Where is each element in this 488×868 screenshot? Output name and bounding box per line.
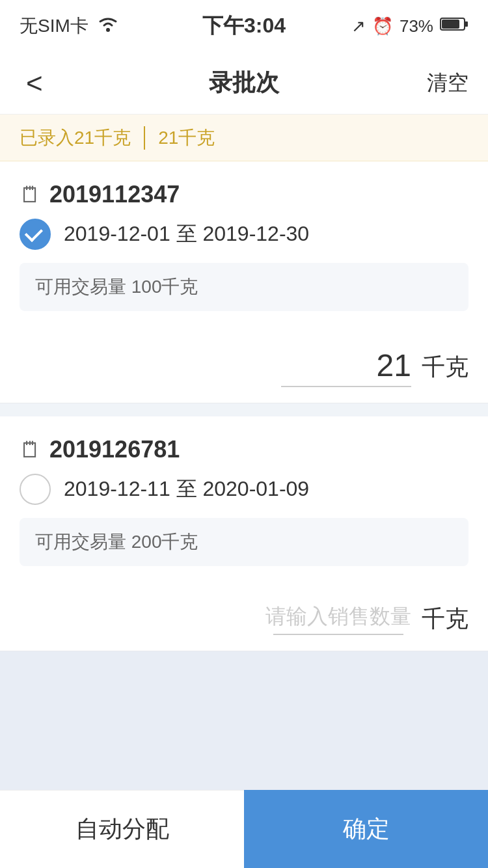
location-icon: ↗	[351, 16, 366, 36]
wifi-icon	[96, 15, 120, 38]
banner-divider	[144, 126, 145, 150]
batch-id-1: 2019112347	[49, 181, 180, 208]
page-title: 录批次	[209, 67, 279, 99]
amount-value-1[interactable]: 21	[377, 347, 411, 383]
carrier-label: 无SIM卡	[20, 14, 88, 38]
input-placeholder-2[interactable]: 请输入销售数量	[265, 603, 411, 631]
batch-header-1: 🗒 2019112347	[20, 181, 468, 208]
input-row-2[interactable]: 请输入销售数量 千克	[0, 592, 488, 651]
alarm-icon: ⏰	[372, 16, 393, 36]
svg-point-0	[106, 28, 110, 32]
batch-item-2: 🗒 2019126781 2019-12-11 至 2020-01-09 可用交…	[0, 416, 488, 592]
confirm-button[interactable]: 确定	[244, 790, 488, 868]
batch-doc-icon-1: 🗒	[20, 182, 42, 208]
auto-distribute-button[interactable]: 自动分配	[0, 790, 244, 868]
input-row-1[interactable]: 21 千克	[0, 337, 488, 403]
input-underline-1	[281, 386, 411, 387]
batch-date-row-2[interactable]: 2019-12-11 至 2020-01-09	[20, 474, 468, 505]
batch-id-2: 2019126781	[49, 436, 180, 463]
battery-percent: 73%	[400, 16, 433, 36]
status-right: ↗ ⏰ 73%	[351, 16, 468, 36]
input-underline-2	[273, 634, 403, 635]
nav-bar: < 录批次 清空	[0, 52, 488, 115]
batch-card-2: 🗒 2019126781 2019-12-11 至 2020-01-09 可用交…	[0, 416, 488, 651]
batch-date-2: 2019-12-11 至 2020-01-09	[64, 475, 309, 504]
unit-label-2: 千克	[422, 603, 468, 635]
batch-item-1: 🗒 2019112347 2019-12-01 至 2019-12-30 可用交…	[0, 161, 488, 337]
banner-amount: 21千克	[158, 126, 215, 150]
batch-date-1: 2019-12-01 至 2019-12-30	[64, 220, 309, 249]
batch-header-2: 🗒 2019126781	[20, 436, 468, 463]
recorded-label: 已录入21千克	[20, 126, 131, 150]
svg-rect-3	[442, 20, 459, 29]
radio-button-2[interactable]	[20, 474, 51, 505]
batch-doc-icon-2: 🗒	[20, 437, 42, 463]
clear-button[interactable]: 清空	[427, 69, 468, 98]
svg-rect-2	[465, 21, 468, 27]
batch-quantity-1: 可用交易量 100千克	[20, 263, 468, 311]
status-time: 下午3:04	[202, 12, 286, 40]
batch-separator	[0, 403, 488, 416]
batch-date-row-1[interactable]: 2019-12-01 至 2019-12-30	[20, 219, 468, 250]
bottom-bar: 自动分配 确定	[0, 790, 488, 868]
content-area: 🗒 2019112347 2019-12-01 至 2019-12-30 可用交…	[0, 161, 488, 868]
radio-button-1[interactable]	[20, 219, 51, 250]
batch-card-1: 🗒 2019112347 2019-12-01 至 2019-12-30 可用交…	[0, 161, 488, 403]
batch-quantity-2: 可用交易量 200千克	[20, 518, 468, 566]
info-banner: 已录入21千克 21千克	[0, 115, 488, 161]
back-button[interactable]: <	[20, 61, 49, 106]
unit-label-1: 千克	[422, 351, 468, 383]
status-bar: 无SIM卡 下午3:04 ↗ ⏰ 73%	[0, 0, 488, 52]
battery-icon	[440, 16, 468, 36]
status-left: 无SIM卡	[20, 14, 120, 38]
